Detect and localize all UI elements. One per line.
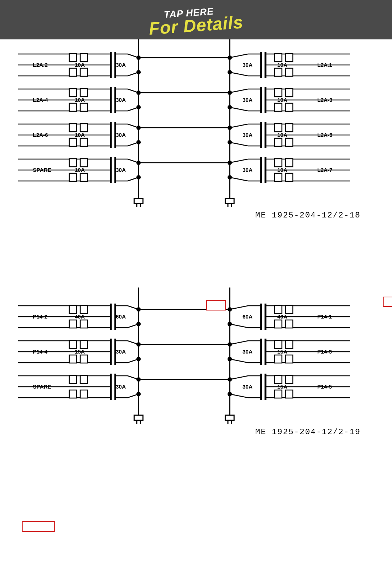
svg-rect-217 [275,375,282,383]
svg-rect-55 [80,159,88,167]
svg-rect-84 [275,89,282,97]
svg-point-49 [136,126,141,130]
svg-rect-218 [286,375,293,383]
bus-rating-right: 30A [242,132,253,138]
bus-rating-right: 30A [242,97,253,103]
svg-point-152 [136,307,141,312]
svg-rect-190 [286,320,293,328]
banner-line-2: For Details [148,12,244,39]
svg-rect-71 [275,68,282,76]
red-marker-1 [206,300,226,310]
svg-rect-144 [69,320,77,328]
svg-rect-172 [69,375,77,383]
svg-rect-39 [69,124,77,132]
svg-line-107 [230,124,248,128]
svg-line-108 [230,142,248,146]
svg-rect-174 [69,390,77,398]
panel: P14-240A60AP14-415A30ASPARE30AP14-140A60… [18,288,361,437]
svg-point-34 [136,90,141,95]
svg-rect-203 [286,340,293,348]
svg-point-80 [228,70,232,74]
bus-rating-left: 30A [116,97,126,103]
svg-rect-57 [80,173,88,181]
svg-rect-188 [286,305,293,313]
tap-here-banner[interactable]: TAP HERE For Details [0,0,392,39]
svg-point-79 [228,55,232,60]
svg-rect-205 [286,355,293,363]
branch-label: L2A-5 [317,132,333,138]
fuse-rating: 15A [277,348,287,355]
bus-rating-right: 60A [242,313,253,320]
svg-rect-102 [286,138,293,146]
svg-line-210 [230,341,248,344]
branch-label: P14-1 [317,313,332,320]
svg-point-213 [228,357,232,361]
fuse-rating: 10A [75,62,85,68]
svg-rect-101 [275,138,282,146]
fuse-rating: 10A [277,132,287,138]
svg-rect-143 [80,305,88,313]
red-marker-3 [22,521,55,532]
svg-rect-86 [275,103,282,111]
panel-caption: ME 1925-204-12/2-18 [255,211,361,220]
svg-rect-202 [275,340,282,348]
fuse-rating: 10A [75,132,85,138]
svg-rect-100 [286,124,293,132]
svg-point-197 [228,307,232,312]
fuse-rating: 10A [277,97,287,103]
svg-line-92 [230,89,248,93]
branch-label: L2A.2 [33,62,48,68]
branch-label: P14-2 [33,313,47,320]
branch-label: L2A.1 [317,62,332,68]
svg-rect-25 [80,89,88,97]
bus-rating-left: 30A [116,167,126,173]
svg-rect-42 [80,138,88,146]
bus-rating-left: 30A [116,62,126,68]
svg-point-94 [228,90,232,95]
bus-rating-right: 30A [242,348,253,355]
svg-point-228 [228,392,232,396]
svg-point-167 [136,342,141,347]
svg-rect-230 [134,415,143,420]
svg-rect-9 [69,54,77,62]
svg-point-110 [228,140,232,144]
svg-point-227 [228,377,232,382]
svg-rect-10 [80,54,88,62]
branch-label: P14-5 [317,383,332,390]
svg-rect-26 [69,103,77,111]
svg-rect-173 [80,375,88,383]
svg-rect-187 [275,305,282,313]
svg-rect-220 [286,390,293,398]
branch-label: SPARE [33,167,51,173]
svg-rect-219 [275,390,282,398]
branch-label: L2A-3 [317,97,333,103]
svg-line-93 [230,107,248,111]
svg-line-225 [230,376,248,379]
fuse-rating: 40A [75,313,85,320]
svg-rect-127 [134,198,143,204]
fuse-rating: 10A [277,167,287,173]
svg-point-19 [136,55,141,60]
panel-caption: ME 1925-204-12/2-19 [255,428,361,437]
svg-line-122 [230,159,248,163]
bus-rating-left: 30A [116,132,126,138]
branch-label: L2A-7 [317,167,333,173]
svg-line-211 [230,359,248,363]
svg-rect-99 [275,124,282,132]
svg-rect-157 [69,340,77,348]
svg-rect-189 [275,320,282,328]
svg-rect-142 [69,305,77,313]
svg-line-78 [230,72,248,76]
svg-rect-116 [275,173,282,181]
branch-label: L2A-6 [33,132,48,138]
svg-point-35 [136,105,141,109]
svg-line-196 [230,324,248,328]
branch-label: L2A-4 [33,97,48,103]
svg-rect-145 [80,320,88,328]
svg-point-64 [136,161,141,165]
svg-rect-234 [225,415,234,420]
svg-point-124 [228,161,232,165]
fuse-rating: 15A [75,348,85,355]
svg-point-125 [228,175,232,180]
svg-point-109 [228,126,232,130]
